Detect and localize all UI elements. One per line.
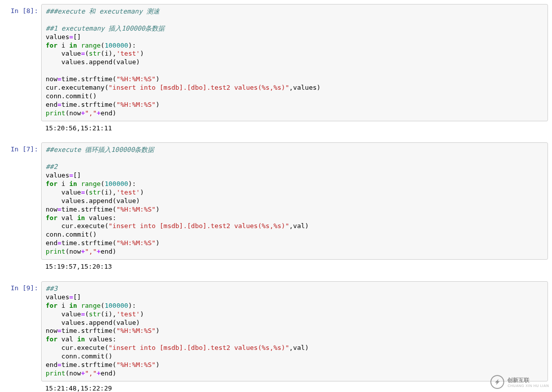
code-input[interactable]: ###execute 和 executemany 测速 ##1 executem… — [41, 4, 548, 121]
code-cell: In [8]:###execute 和 executemany 测速 ##1 e… — [0, 4, 552, 121]
code-cell: In [7]:##execute 循环插入100000条数据 ##2 value… — [0, 142, 552, 260]
input-prompt: In [8]: — [0, 4, 41, 18]
stdout-output: 15:20:56,15:21:11 — [41, 121, 548, 136]
output-cell: 15:20:56,15:21:11 — [0, 121, 552, 136]
output-prompt — [0, 121, 41, 127]
input-prompt: In [7]: — [0, 142, 41, 156]
output-cell: 15:19:57,15:20:13 — [0, 260, 552, 274]
output-cell: 15:21:48,15:22:29 — [0, 381, 552, 392]
notebook: In [8]:###execute 和 executemany 测速 ##1 e… — [0, 0, 552, 392]
stdout-output: 15:21:48,15:22:29 — [41, 381, 548, 392]
input-prompt: In [9]: — [0, 281, 41, 295]
output-prompt — [0, 260, 41, 266]
code-cell: In [9]:##3 values=[] for i in range(1000… — [0, 281, 552, 381]
stdout-output: 15:19:57,15:20:13 — [41, 260, 548, 274]
output-prompt — [0, 381, 41, 387]
code-input[interactable]: ##3 values=[] for i in range(100000): va… — [41, 281, 548, 381]
code-input[interactable]: ##execute 循环插入100000条数据 ##2 values=[] fo… — [41, 142, 548, 260]
